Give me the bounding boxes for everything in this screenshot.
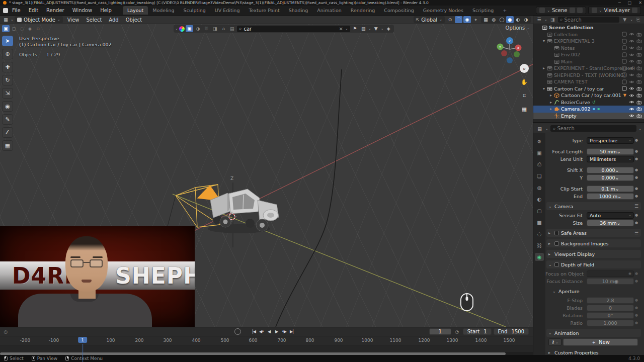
action-icon-dropdown[interactable]: ⚷⌄ [548, 338, 561, 346]
camera-view-icon[interactable]: ⌗ [520, 91, 529, 100]
outliner-funnel-icon[interactable]: ▼ [621, 16, 628, 23]
outliner-row[interactable]: ▾▸ CAMERA TEST [533, 78, 644, 85]
navigation-gizmo[interactable]: Z Y X [496, 36, 524, 65]
shading-icon[interactable]: ▦ [482, 16, 490, 23]
outliner-row[interactable]: ▾▸ Notes [533, 45, 644, 52]
hide-eye-icon[interactable] [629, 79, 634, 84]
properties-tab[interactable]: ⎙ [535, 160, 544, 168]
tool-button[interactable]: ◉ [2, 101, 13, 112]
section-safe-areas[interactable]: ▸Safe Areas☰ [546, 229, 641, 237]
section-aperture[interactable]: ⌄Aperture [550, 287, 641, 295]
minimize-button[interactable]: ─ [618, 0, 621, 6]
animate-dot[interactable]: ● [634, 157, 639, 161]
disable-render-camera-icon[interactable] [636, 38, 642, 44]
exclude-checkbox[interactable] [621, 32, 627, 37]
viewlayer-selector[interactable]: ⌄ ViewLayer [588, 7, 641, 14]
select-mode-icon[interactable]: ◈ [26, 25, 34, 32]
outliner-row[interactable]: ▾▸ Empty [533, 113, 644, 120]
pin-scene-icon[interactable] [570, 8, 575, 13]
safe-areas-checkbox[interactable] [554, 231, 559, 235]
animate-dot[interactable]: ● [634, 168, 639, 172]
animate-dot[interactable]: ● [634, 221, 639, 225]
animate-dot[interactable]: ● [634, 313, 639, 317]
menu-item[interactable]: Render [42, 7, 68, 14]
animate-dot[interactable]: ● [634, 175, 639, 179]
tool-button[interactable]: ➤ [2, 36, 13, 46]
select-mode-icon[interactable]: ▣ [2, 25, 10, 32]
property-field[interactable]: ◉ [587, 270, 634, 277]
shading-icon[interactable]: ◑ [522, 16, 530, 23]
menu-item[interactable]: Window [68, 7, 96, 14]
workspace-tab[interactable]: + [498, 6, 511, 15]
preset-menu-icon[interactable]: ☰ [634, 204, 639, 209]
animate-dot[interactable]: ● [634, 187, 639, 191]
close-button[interactable]: ✕ [638, 0, 642, 6]
properties-tab[interactable]: ❏ [535, 172, 544, 180]
editor-type-icon[interactable]: ▦ [2, 16, 10, 23]
property-field[interactable]: Millimeters⌄ [587, 156, 634, 162]
zoom-icon[interactable]: ⌕ [520, 64, 529, 73]
playback-button[interactable]: |◀ [251, 328, 257, 335]
disable-render-camera-icon[interactable] [636, 100, 642, 105]
properties-tab[interactable]: ▢ [535, 207, 544, 215]
properties-tab[interactable]: ◌ [535, 230, 544, 238]
hide-eye-icon[interactable] [629, 113, 634, 119]
menu-item[interactable]: Edit [25, 7, 42, 14]
new-scene-icon[interactable] [577, 8, 583, 13]
timeline-track-area[interactable] [0, 346, 533, 352]
header-icon[interactable]: ⌒ [455, 16, 462, 23]
select-mode-icon[interactable]: ▫ [34, 25, 42, 32]
outliner-display-mode-icon[interactable]: ☰ [535, 16, 543, 23]
workspace-tab[interactable]: Layout [123, 6, 148, 15]
tool-button[interactable]: ∠ [2, 127, 13, 138]
hide-eye-icon[interactable] [629, 72, 634, 78]
shading-icon[interactable]: ● [506, 16, 514, 23]
property-field[interactable]: 10 m◉ [587, 278, 634, 285]
hide-eye-icon[interactable] [629, 32, 634, 37]
property-field[interactable]: 2.8 [587, 297, 634, 304]
property-field[interactable]: Perspective⌄ [587, 137, 634, 144]
workspace-tab[interactable]: Sculpting [179, 6, 210, 15]
exclude-checkbox[interactable] [621, 52, 627, 57]
animate-dot[interactable]: ● [634, 298, 639, 302]
dof-checkbox[interactable] [554, 262, 559, 267]
hide-eye-icon[interactable] [629, 93, 634, 98]
tool-button[interactable]: ▦ [2, 140, 13, 151]
workspace-tab[interactable]: Rendering [346, 6, 380, 15]
property-field[interactable]: 0 [587, 305, 634, 311]
section-camera[interactable]: ⌄Camera☰ [546, 202, 641, 210]
outliner-row[interactable]: ▾▸ Camera.002 ▪ ▪ [533, 106, 644, 113]
outliner-row-scene-collection[interactable]: ▾ Scene Collection [533, 24, 644, 31]
property-field[interactable]: 50 mm⌄ [587, 148, 634, 155]
property-field[interactable]: 0.000⌄ [587, 174, 634, 181]
disable-render-camera-icon[interactable] [636, 72, 642, 78]
animate-dot[interactable]: ● [634, 321, 639, 325]
outliner-row[interactable]: ▾▸ Collection [533, 31, 644, 38]
exclude-checkbox[interactable] [621, 86, 627, 92]
property-field[interactable]: 1000 m⌄ [587, 193, 634, 200]
outliner-row[interactable]: ▾▸ Cartoon Car / toy car [533, 85, 644, 93]
current-frame-field[interactable]: 1 [429, 328, 451, 335]
select-mode-icon[interactable]: ◌ [18, 25, 26, 32]
playback-button[interactable]: ◀• [258, 328, 265, 335]
hide-eye-icon[interactable] [629, 38, 634, 44]
outliner-row[interactable]: ▾▸ Env.002 [533, 51, 644, 58]
workspace-tab[interactable]: Modeling [148, 6, 179, 15]
shading-icon[interactable]: ◯ [498, 16, 506, 23]
header-icon[interactable]: ⊙ [446, 16, 454, 23]
menu-item[interactable]: File [8, 7, 25, 14]
exclude-checkbox[interactable] [621, 65, 627, 71]
property-field[interactable]: 0.1 m⌄ [587, 186, 634, 192]
playback-button[interactable]: •▶ [281, 328, 287, 335]
outliner-row[interactable]: ▾▸ Main [533, 58, 644, 65]
property-field[interactable]: 36 mm⌄ [587, 220, 634, 226]
header-icon[interactable]: ◉ [463, 16, 471, 23]
property-field[interactable]: 0° [587, 312, 634, 319]
disable-render-camera-icon[interactable] [636, 86, 642, 92]
select-mode-icon[interactable]: ◻ [10, 25, 18, 32]
background-images-checkbox[interactable] [554, 241, 559, 246]
frame-end-field[interactable]: End1500 [494, 328, 529, 335]
outliner-filter-icon[interactable]: ◨ [549, 16, 556, 23]
tool-button[interactable]: ⇲ [2, 88, 13, 99]
3d-viewport[interactable]: ▦ ⌄ Object Mode ⌄ ViewSelectAddObject ⇱ … [0, 16, 533, 327]
